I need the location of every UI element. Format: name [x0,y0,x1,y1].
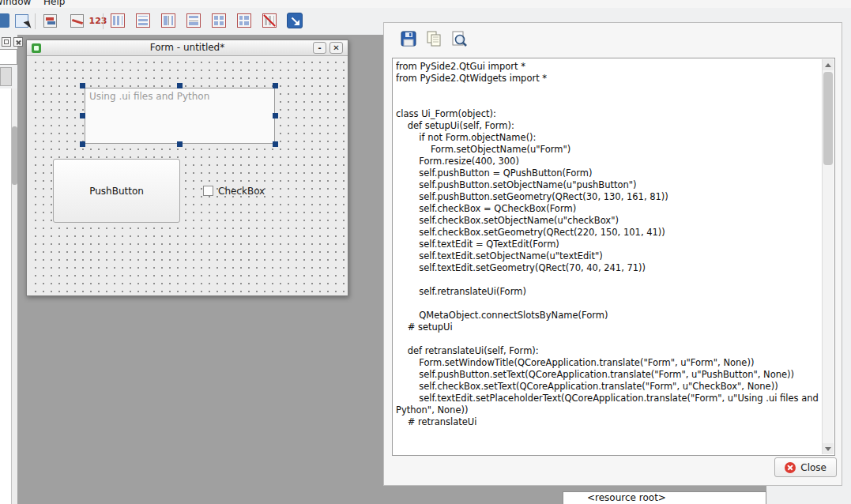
textedit-placeholder: Using .ui files and Python [89,91,209,102]
layout-horizontal-icon-shape [111,13,125,28]
layout-form-icon-shape [237,13,251,28]
dock-float-icon[interactable] [2,37,11,47]
checkbox-indicator[interactable] [203,186,213,196]
form-close-button[interactable]: ✕ [329,42,343,54]
close-button[interactable]: Close [774,457,837,477]
textedit-widget[interactable]: Using .ui files and Python [85,88,275,144]
code-dialog-toolbar [384,23,842,55]
widget-box-list-fragment[interactable] [0,88,12,504]
edit-widgets-icon[interactable] [11,10,32,31]
clipped-icon-shape [0,13,9,28]
edit-signals-slots-icon[interactable] [40,10,60,31]
form-window-titlebar[interactable]: Form - untitled* - ✕ [27,40,348,56]
layout-vertical-icon-shape [136,13,150,28]
save-icon[interactable] [398,28,419,49]
resource-root-label: <resource root> [587,492,666,503]
edit-buddies-icon-shape [70,14,84,28]
code-preview-dialog: from PySide2.QtGui import * from PySide2… [383,22,842,486]
copy-icon[interactable] [424,28,444,49]
scroll-down-icon[interactable] [823,443,834,454]
tab-order-label: 123 [89,16,107,26]
find-icon[interactable] [449,28,469,49]
layout-horizontal-splitter-icon[interactable] [158,10,179,31]
form-window[interactable]: Form - untitled* - ✕ Using .ui files and… [26,39,348,296]
edit-widgets-icon-shape [15,14,28,28]
dock-float-icon-shape [4,39,9,44]
toolbar-separator [35,13,36,29]
bottom-right-panel-fragment [766,486,851,504]
adjust-size-icon-shape [287,13,303,28]
checkbox-label: CheckBox [218,186,265,197]
close-button-label: Close [800,462,827,473]
widget-box-scrollbar[interactable] [12,88,17,504]
layout-vertical-splitter-icon[interactable] [183,10,204,31]
selection-handle-top-middle[interactable] [177,83,183,88]
adjust-size-icon[interactable] [284,10,305,31]
edit-signals-slots-icon-shape [43,14,57,28]
find-icon-shape [450,29,469,48]
layout-horizontal-splitter-icon-shape [161,13,175,28]
close-button-icon [785,462,796,473]
code-vertical-scrollbar[interactable] [822,59,834,454]
selection-handle-middle-right[interactable] [273,113,278,118]
layout-vertical-icon[interactable] [133,10,153,31]
edit-buddies-icon[interactable] [66,10,87,31]
qt-designer-window: Window Help 123 Form - untitled* - [0,0,851,504]
layout-form-icon[interactable] [234,10,254,31]
layout-grid-icon-shape [212,13,226,28]
layout-grid-icon[interactable] [209,10,229,31]
resource-root-item[interactable]: <resource root> [563,491,766,504]
code-text[interactable]: from PySide2.QtGui import * from PySide2… [396,61,819,453]
scrollbar-thumb[interactable] [823,72,833,165]
form-window-title: Form - untitled* [27,42,348,53]
dock-close-icon[interactable] [13,37,23,47]
copy-icon-shape [424,29,443,48]
layout-vertical-splitter-icon-shape [186,13,201,28]
form-minimize-button[interactable]: - [313,42,326,54]
save-icon-shape [399,29,418,48]
scroll-down-arrow-shape [825,447,831,451]
break-layout-icon[interactable] [259,10,280,31]
selection-handle-middle-left[interactable] [80,113,85,118]
dock-close-icon-shape [14,38,22,46]
selection-handle-bottom-left[interactable] [80,141,85,147]
selection-handle-top-left[interactable] [80,83,85,88]
break-layout-icon-shape [262,13,277,28]
selection-handle-bottom-middle[interactable] [177,141,183,147]
menu-bar: Window Help [0,0,851,8]
form-canvas[interactable]: Using .ui files and Python PushButton Ch… [29,56,345,293]
pushbutton-widget[interactable]: PushButton [53,159,180,223]
checkbox-widget[interactable]: CheckBox [203,175,283,207]
code-editor[interactable]: from PySide2.QtGui import * from PySide2… [392,58,835,456]
selection-handle-bottom-right[interactable] [273,141,278,147]
scroll-up-icon[interactable] [823,59,834,70]
layout-horizontal-icon[interactable] [107,10,128,31]
edit-tab-order-icon[interactable]: 123 [88,10,108,31]
toolbar-separator [103,13,104,29]
menu-help[interactable]: Help [43,0,65,7]
selection-handle-top-right[interactable] [273,83,278,88]
menu-window[interactable]: Window [0,0,31,7]
widget-filter-input[interactable] [0,49,17,65]
scroll-up-arrow-shape [825,63,831,67]
widget-box-header-fragment [0,67,12,86]
widget-box-scrollbar-thumb[interactable] [12,126,17,185]
